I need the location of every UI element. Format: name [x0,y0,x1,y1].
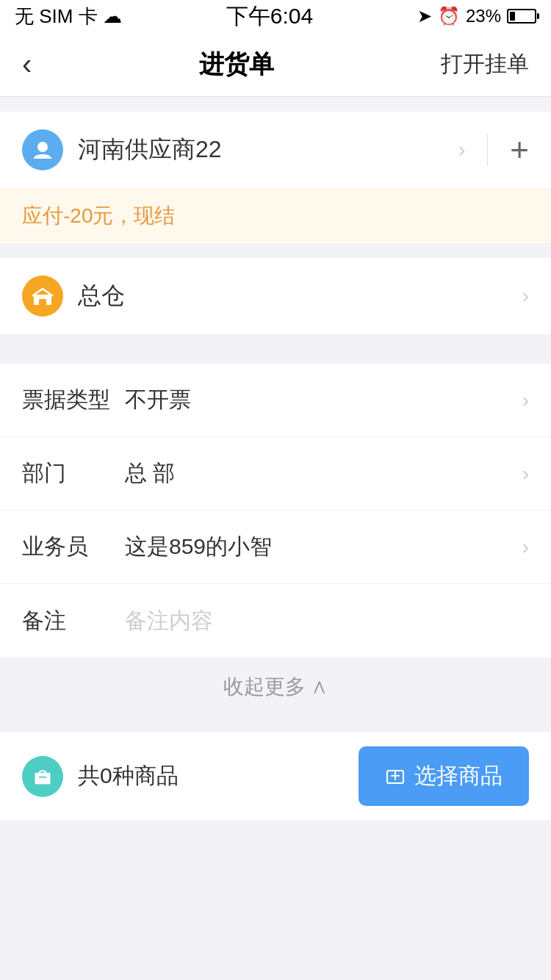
invoice-type-label: 票据类型 [22,385,110,415]
product-avatar [22,756,63,797]
svg-rect-3 [35,772,51,784]
form-section: 票据类型 不开票 › 部门 总 部 › 业务员 这是859的小智 › 备注 备注… [0,364,551,657]
supplier-avatar [22,129,63,170]
select-product-icon [385,766,406,787]
warehouse-icon [31,284,54,308]
bottom-bar: 共0种商品 选择商品 [0,731,551,821]
status-bar: 无 SIM 卡 ☁ 下午6:04 ➤ ⏰ 23% [0,0,551,32]
gap-1 [0,97,551,112]
supplier-card: 河南供应商22 › + 应付-20元，现结 [0,112,551,243]
invoice-type-chevron-icon: › [522,389,529,412]
invoice-type-row[interactable]: 票据类型 不开票 › [0,364,551,437]
remark-label: 备注 [22,606,110,636]
open-pending-button[interactable]: 打开挂单 [441,49,529,79]
location-icon: ➤ [417,6,432,26]
svg-rect-4 [39,777,47,778]
battery-percent: 23% [466,6,501,26]
status-left: 无 SIM 卡 ☁ [15,4,122,29]
no-sim-label: 无 SIM 卡 ☁ [15,4,122,29]
remark-row[interactable]: 备注 备注内容 [0,584,551,657]
svg-point-0 [37,142,48,152]
department-chevron-icon: › [522,462,529,486]
department-value: 总 部 [110,458,522,489]
product-icon [32,766,53,787]
salesperson-value: 这是859的小智 [110,532,522,562]
gap-2 [0,334,551,349]
select-product-button[interactable]: 选择商品 [359,746,529,806]
warehouse-row[interactable]: 总仓 › [0,258,551,334]
battery-icon [507,9,536,24]
vertical-divider [487,134,488,166]
warehouse-chevron-icon: › [522,284,529,308]
warehouse-label: 总仓 [78,280,522,312]
notice-bar: 应付-20元，现结 [0,189,551,243]
product-count-label: 共0种商品 [78,761,359,791]
collapse-label: 收起更多 ∧ [223,673,328,701]
salesperson-label: 业务员 [22,532,110,562]
back-button[interactable]: ‹ [22,48,32,81]
add-supplier-button[interactable]: + [510,134,529,166]
remark-input[interactable]: 备注内容 [110,606,529,636]
page-title: 进货单 [199,48,274,82]
alarm-icon: ⏰ [438,6,460,26]
department-row[interactable]: 部门 总 部 › [0,437,551,511]
svg-rect-2 [39,299,46,305]
department-label: 部门 [22,458,110,489]
salesperson-chevron-icon: › [522,536,529,559]
status-right: ➤ ⏰ 23% [417,6,536,26]
invoice-type-value: 不开票 [110,385,522,415]
select-product-label: 选择商品 [414,761,503,791]
collapse-bar[interactable]: 收起更多 ∧ [0,657,551,716]
salesperson-row[interactable]: 业务员 这是859的小智 › [0,511,551,584]
gap-3 [0,716,551,731]
status-time: 下午6:04 [226,1,313,32]
supplier-name: 河南供应商22 [78,134,458,166]
avatar-icon [31,138,54,162]
supplier-chevron-icon: › [458,138,465,162]
nav-bar: ‹ 进货单 打开挂单 [0,32,551,97]
notice-text: 应付-20元，现结 [22,204,175,227]
page-background [0,821,551,980]
supplier-row[interactable]: 河南供应商22 › + [0,112,551,189]
warehouse-avatar [22,275,63,317]
